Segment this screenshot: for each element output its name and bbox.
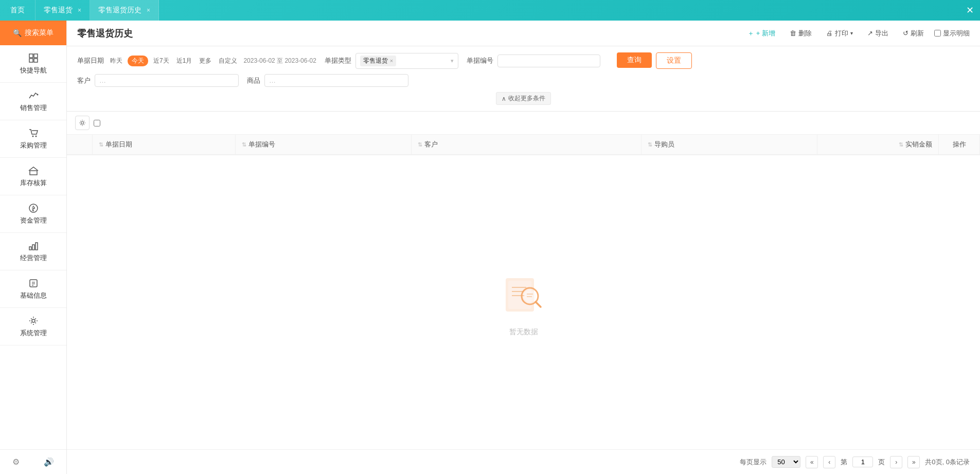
date-shortcut-7days[interactable]: 近7天 — [151, 56, 171, 66]
svg-line-25 — [536, 302, 541, 307]
first-page-btn[interactable]: « — [806, 456, 818, 468]
print-icon: 🖨 — [826, 29, 833, 37]
export-label: 导出 — [875, 29, 888, 38]
print-button[interactable]: 🖨 打印 ▾ — [822, 27, 857, 40]
sidebar-item-system-mgmt-label: 系统管理 — [20, 329, 47, 338]
sales-mgmt-icon — [28, 90, 39, 101]
no-filter-label: 单据编号 — [467, 56, 493, 65]
sidebar-item-basic-info[interactable]: 基础信息 — [0, 270, 66, 308]
tab-retail-return-history[interactable]: 零售退货历史 × — [90, 0, 159, 21]
last-page-icon: » — [912, 459, 916, 466]
tab-retail-return-close[interactable]: × — [78, 7, 81, 14]
sidebar-settings-btn[interactable]: ⚙ — [12, 457, 20, 467]
refresh-button[interactable]: ↺ 刷新 — [899, 27, 928, 40]
main-layout: 🔍 搜索菜单 快捷导航 销售管理 采购管理 — [0, 21, 980, 474]
th-amount-sort-icon: ⇅ — [899, 141, 903, 148]
sidebar-item-inventory[interactable]: 库存核算 — [0, 158, 66, 195]
tab-retail-return-history-close[interactable]: × — [147, 7, 150, 14]
th-amount-label: 实销金额 — [905, 140, 932, 149]
collapse-icon: ∧ — [502, 95, 506, 102]
filter-row-2: 客户 商品 — [77, 74, 970, 87]
page-unit: 页 — [878, 458, 885, 467]
th-amount[interactable]: ⇅ 实销金额 — [817, 135, 939, 154]
show-detail-input[interactable] — [934, 30, 941, 37]
date-filter-group: 单据日期 昨天 今天 近7天 近1月 更多 自定义 2023-06-02 至 2… — [77, 56, 316, 66]
tab-list: 首页 零售退货 × 零售退货历史 × — [0, 0, 959, 21]
no-filter-group: 单据编号 — [467, 54, 600, 67]
type-filter-select[interactable]: 零售退货 × ▾ — [355, 53, 458, 69]
next-page-btn[interactable]: › — [890, 456, 902, 468]
refresh-label: 刷新 — [911, 29, 924, 38]
filter-area: 单据日期 昨天 今天 近7天 近1月 更多 自定义 2023-06-02 至 2… — [67, 46, 980, 112]
sidebar-item-inventory-label: 库存核算 — [20, 178, 47, 188]
basic-info-icon — [28, 278, 39, 289]
th-date-sort-icon: ⇅ — [99, 141, 103, 148]
page-input[interactable] — [852, 457, 873, 467]
th-customer[interactable]: ⇅ 客户 — [412, 135, 642, 154]
operation-icon — [28, 240, 39, 251]
goods-filter-input[interactable] — [264, 74, 408, 87]
type-tag-text: 零售退货 — [363, 57, 388, 65]
table-select-all-checkbox[interactable] — [94, 120, 100, 126]
delete-icon: 🗑 — [790, 29, 796, 37]
th-customer-sort-icon: ⇅ — [418, 141, 422, 148]
sidebar-item-sales-mgmt[interactable]: 销售管理 — [0, 83, 66, 120]
inventory-icon — [28, 165, 39, 176]
finance-icon — [28, 203, 39, 214]
date-shortcut-1month[interactable]: 近1月 — [174, 56, 194, 66]
sidebar-search-btn[interactable]: 🔍 搜索菜单 — [0, 21, 66, 45]
tab-home-label: 首页 — [10, 6, 25, 15]
th-guide[interactable]: ⇅ 导购员 — [642, 135, 817, 154]
page-prefix: 第 — [841, 458, 847, 467]
query-button[interactable]: 查询 — [617, 52, 652, 68]
collapse-filter-btn[interactable]: ∧ 收起更多条件 — [496, 92, 551, 105]
prev-page-btn[interactable]: ‹ — [823, 456, 835, 468]
per-page-select[interactable]: 50 20 100 200 — [772, 456, 800, 468]
tab-retail-return[interactable]: 零售退货 × — [35, 0, 90, 21]
svg-rect-10 — [32, 245, 34, 250]
th-op-label: 操作 — [953, 140, 966, 149]
table-settings-btn[interactable] — [75, 116, 90, 130]
th-date[interactable]: ⇅ 单据日期 — [93, 135, 236, 154]
th-guide-label: 导购员 — [654, 140, 674, 149]
date-shortcut-more[interactable]: 更多 — [197, 56, 213, 66]
sidebar-item-quick-nav[interactable]: 快捷导航 — [0, 45, 66, 83]
type-tag: 零售退货 × — [360, 56, 396, 66]
window-close-btn[interactable]: ✕ — [959, 0, 980, 21]
sidebar-item-purchase-mgmt[interactable]: 采购管理 — [0, 120, 66, 158]
sidebar-volume-btn[interactable]: 🔊 — [44, 457, 54, 467]
new-icon: ＋ — [747, 29, 754, 38]
new-button[interactable]: ＋ + 新增 — [743, 27, 779, 40]
sidebar-item-operation[interactable]: 经营管理 — [0, 233, 66, 270]
export-button[interactable]: ↗ 导出 — [863, 27, 893, 40]
sidebar-item-finance[interactable]: 资金管理 — [0, 195, 66, 233]
type-filter-label: 单据类型 — [325, 56, 351, 65]
search-icon: 🔍 — [13, 29, 22, 37]
date-shortcut-yesterday[interactable]: 昨天 — [108, 56, 124, 66]
show-detail-checkbox[interactable]: 显示明细 — [934, 29, 970, 38]
print-arrow-icon: ▾ — [850, 30, 853, 36]
date-shortcut-today[interactable]: 今天 — [128, 56, 148, 66]
th-no-sort-icon: ⇅ — [242, 141, 246, 148]
svg-point-24 — [524, 290, 536, 302]
last-page-btn[interactable]: » — [907, 456, 920, 468]
th-op: 操作 — [939, 135, 980, 154]
first-page-icon: « — [810, 459, 814, 466]
delete-button[interactable]: 🗑 删除 — [786, 27, 816, 40]
date-filter-label: 单据日期 — [77, 56, 104, 65]
prev-page-icon: ‹ — [828, 459, 830, 466]
no-filter-input[interactable] — [497, 54, 600, 67]
sidebar-item-system-mgmt[interactable]: 系统管理 — [0, 308, 66, 345]
type-tag-close[interactable]: × — [390, 58, 393, 64]
th-date-label: 单据日期 — [105, 140, 132, 149]
setting-button[interactable]: 设置 — [656, 52, 692, 69]
date-shortcut-custom[interactable]: 自定义 — [217, 56, 239, 66]
svg-rect-0 — [29, 54, 33, 58]
quick-nav-icon — [28, 52, 39, 64]
tab-home[interactable]: 首页 — [0, 0, 35, 21]
svg-rect-3 — [34, 59, 38, 62]
customer-filter-input[interactable] — [95, 74, 239, 87]
svg-rect-11 — [35, 243, 38, 250]
table-header: ⇅ 单据日期 ⇅ 单据编号 ⇅ 客户 ⇅ 导购员 ⇅ 实销金额 — [67, 135, 980, 155]
th-no[interactable]: ⇅ 单据编号 — [236, 135, 412, 154]
